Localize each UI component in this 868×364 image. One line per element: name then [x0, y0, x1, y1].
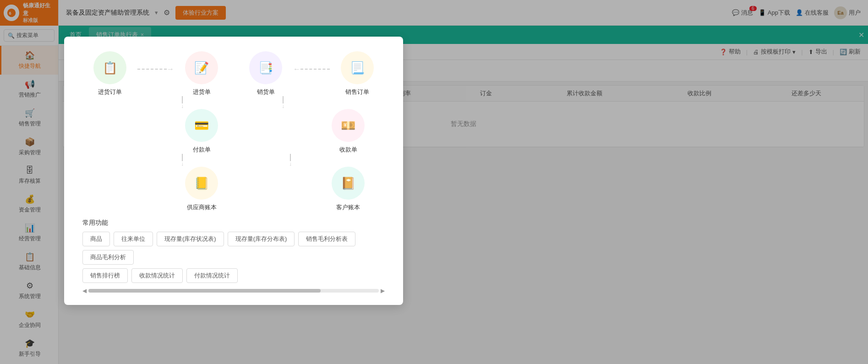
purchase-order-icon: 📋: [93, 51, 126, 84]
btn-sales-rank[interactable]: 销售排行榜: [82, 268, 128, 283]
btn-receipt-stat[interactable]: 收款情况统计: [131, 268, 183, 283]
customer-ledger-icon: 📔: [332, 167, 365, 200]
sales-order-node[interactable]: 📃 销售订单: [330, 51, 385, 96]
btn-product-margin[interactable]: 商品毛利分析: [82, 250, 134, 265]
scrollbar-track: [88, 289, 379, 293]
common-title: 常用功能: [82, 219, 385, 227]
btn-payment-stat[interactable]: 付款情况统计: [186, 268, 238, 283]
sales-bill-label: 销货单: [257, 88, 275, 96]
purchase-order-label: 进货订单: [98, 88, 122, 96]
btn-sales-margin[interactable]: 销售毛利分析表: [298, 232, 355, 246]
purchase-bill-icon: 📝: [185, 51, 218, 84]
purchase-bill-node[interactable]: 📝 进货单: [174, 51, 229, 96]
sales-order-label: 销售订单: [345, 88, 369, 96]
supplier-ledger-node[interactable]: 📒 供应商账本: [174, 167, 229, 212]
common-btns-row1: 商品 往来单位 现存量(库存状况表) 现存量(库存分布表) 销售毛利分析表 商品…: [82, 232, 385, 265]
modal-scrollbar: ◀ ▶: [82, 288, 385, 294]
flow-modal: 📋 进货订单 → 📝 进货单 📑 销货单 ← 📃: [64, 37, 403, 305]
sales-order-icon: 📃: [341, 51, 374, 84]
purchase-order-node[interactable]: 📋 进货订单: [82, 51, 137, 96]
btn-stock-dist[interactable]: 现存量(库存分布表): [228, 232, 295, 246]
payment-label: 付款单: [193, 146, 211, 154]
receipt-icon: 💴: [332, 109, 365, 142]
supplier-ledger-icon: 📒: [185, 167, 218, 200]
purchase-bill-label: 进货单: [193, 88, 211, 96]
common-functions-section: 常用功能 商品 往来单位 现存量(库存状况表) 现存量(库存分布表) 销售毛利分…: [82, 219, 385, 283]
scroll-left-arrow[interactable]: ◀: [82, 288, 87, 294]
receipt-label: 收款单: [339, 146, 357, 154]
scrollbar-thumb[interactable]: [88, 289, 321, 293]
receipt-node[interactable]: 💴 收款单: [321, 109, 376, 154]
btn-product[interactable]: 商品: [82, 232, 110, 246]
sales-bill-node[interactable]: 📑 销货单: [238, 51, 293, 96]
customer-ledger-node[interactable]: 📔 客户账本: [321, 167, 376, 212]
btn-partner[interactable]: 往来单位: [114, 232, 153, 246]
customer-ledger-label: 客户账本: [336, 203, 360, 212]
scroll-right-arrow[interactable]: ▶: [381, 288, 385, 294]
sales-bill-icon: 📑: [249, 51, 282, 84]
payment-icon: 💳: [185, 109, 218, 142]
supplier-ledger-label: 供应商账本: [187, 203, 217, 212]
btn-stock-status[interactable]: 现存量(库存状况表): [157, 232, 224, 246]
common-btns-row2: 销售排行榜 收款情况统计 付款情况统计: [82, 268, 385, 283]
payment-node[interactable]: 💳 付款单: [174, 109, 229, 154]
